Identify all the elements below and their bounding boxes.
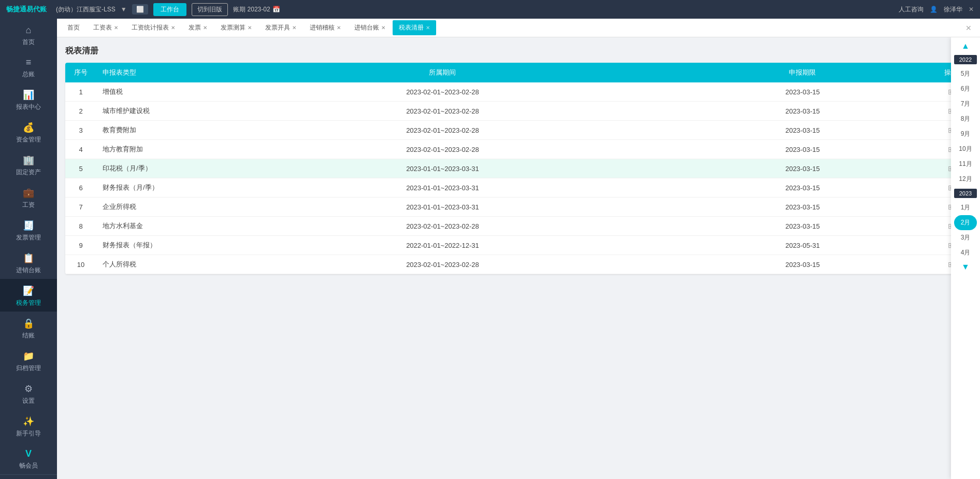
tab-tax-list-label: 税表清册 [399, 23, 424, 32]
cal-month-9[interactable]: 9月 [954, 126, 977, 142]
sidebar-label-archive: 归档管理 [16, 364, 41, 373]
tab-purchase-audit[interactable]: 进销稽核 ✕ [304, 20, 347, 35]
cal-month-8[interactable]: 8月 [954, 111, 977, 126]
col-deadline: 申报期限 [675, 63, 930, 82]
cal-month-1[interactable]: 1月 [954, 200, 977, 215]
tab-salary-report-close[interactable]: ✕ [171, 25, 175, 31]
switch-old-button[interactable]: 切到旧版 [192, 3, 228, 16]
user-name[interactable]: 徐泽华 [944, 5, 962, 14]
sidebar-item-tax[interactable]: 📝 税务管理 [0, 279, 57, 312]
sidebar-pin[interactable]: ◀◀ 取消固定 [0, 474, 57, 479]
tab-purchase-ledger[interactable]: 进销台账 ✕ [348, 20, 392, 35]
cal-month-11[interactable]: 11月 [954, 157, 977, 172]
cell-no: 5 [65, 159, 96, 178]
dropdown-icon: ▼ [121, 6, 127, 13]
cell-no: 7 [65, 198, 96, 217]
cell-deadline: 2023-03-15 [675, 217, 930, 236]
sidebar-label-assets: 固定资产 [16, 168, 41, 177]
sidebar-item-salary[interactable]: 💼 工资 [0, 181, 57, 214]
cal-month-2-active[interactable]: 2月 [954, 215, 977, 230]
window-close-icon[interactable]: ✕ [969, 6, 974, 13]
home-icon: ⌂ [26, 25, 32, 36]
ledger-icon: ≡ [26, 57, 32, 68]
cal-month-5[interactable]: 5月 [954, 66, 977, 81]
sidebar-item-closing[interactable]: 🔒 结账 [0, 312, 57, 344]
tab-invoice-calc-close[interactable]: ✕ [248, 25, 252, 31]
cal-month-3[interactable]: 3月 [954, 230, 977, 245]
sidebar-item-reports[interactable]: 📊 报表中心 [0, 83, 57, 116]
sidebar-item-ledger[interactable]: ≡ 总账 [0, 51, 57, 83]
top-bar: 畅捷通易代账 (勿动）江西服宝-LSS ▼ ⬜ 工作台 切到旧版 账期 2023… [0, 0, 980, 19]
tab-tax-list[interactable]: 税表清册 ✕ [393, 20, 436, 35]
sidebar-item-guide[interactable]: ✨ 新手引导 [0, 410, 57, 442]
tab-salary-report[interactable]: 工资统计报表 ✕ [125, 20, 181, 35]
tab-invoice-close[interactable]: ✕ [203, 25, 207, 31]
sidebar-label-settings: 设置 [22, 397, 35, 405]
tab-invoice-open-close[interactable]: ✕ [292, 25, 296, 31]
customer-service-link[interactable]: 人工咨询 [899, 5, 924, 14]
cell-period: 2023-02-01~2023-02-28 [210, 102, 675, 121]
tab-invoice-open-label: 发票开具 [265, 23, 290, 32]
cell-type: 企业所得税 [96, 198, 210, 217]
page-title: 税表清册 [65, 46, 98, 57]
invoice-icon: 🧾 [23, 220, 34, 231]
tab-salary-report-label: 工资统计报表 [132, 23, 169, 32]
cell-type: 教育费附加 [96, 121, 210, 140]
cal-month-4[interactable]: 4月 [954, 245, 977, 260]
tab-invoice-calc[interactable]: 发票测算 ✕ [214, 20, 258, 35]
cal-month-6[interactable]: 6月 [954, 81, 977, 96]
tab-salary[interactable]: 工资表 ✕ [87, 20, 124, 35]
cal-month-7[interactable]: 7月 [954, 96, 977, 111]
sidebar: ⌂ 首页 ≡ 总账 📊 报表中心 💰 资金管理 🏢 固定资产 💼 工资 🧾 发票… [0, 19, 57, 479]
close-all-button[interactable]: ✕ [961, 24, 976, 32]
tab-purchase-ledger-close[interactable]: ✕ [381, 25, 385, 31]
sidebar-item-home[interactable]: ⌂ 首页 [0, 19, 57, 51]
cal-nav-up[interactable]: ▲ [959, 39, 972, 53]
sidebar-label-salary: 工资 [22, 201, 35, 209]
cal-year-2022: 2022 [954, 55, 977, 64]
table-row: 1 增值税 2023-02-01~2023-02-28 2023-03-15 ⊞ [65, 82, 972, 102]
col-no: 序号 [65, 63, 96, 82]
tab-invoice[interactable]: 发票 ✕ [182, 20, 213, 35]
company-selector[interactable]: (勿动）江西服宝-LSS [56, 5, 116, 14]
app-logo: 畅捷通易代账 [6, 5, 47, 14]
table-row: 3 教育费附加 2023-02-01~2023-02-28 2023-03-15… [65, 121, 972, 140]
cell-period: 2023-01-01~2023-03-31 [210, 198, 675, 217]
table-row: 8 地方水利基金 2023-02-01~2023-02-28 2023-03-1… [65, 217, 972, 236]
table-row: 4 地方教育附加 2023-02-01~2023-02-28 2023-03-1… [65, 140, 972, 159]
cell-deadline: 2023-03-15 [675, 255, 930, 274]
cal-month-12[interactable]: 12月 [954, 172, 977, 187]
cell-no: 6 [65, 178, 96, 198]
cal-month-10[interactable]: 10月 [954, 142, 977, 157]
copy-icon-btn[interactable]: ⬜ [132, 4, 148, 15]
top-bar-right: 人工咨询 👤 徐泽华 ✕ [899, 5, 974, 14]
sidebar-item-archive[interactable]: 📁 归档管理 [0, 344, 57, 377]
cell-type: 增值税 [96, 82, 210, 102]
sidebar-item-assets[interactable]: 🏢 固定资产 [0, 148, 57, 181]
sidebar-item-settings[interactable]: ⚙ 设置 [0, 377, 57, 410]
salary-icon: 💼 [23, 187, 34, 199]
col-period: 所属期间 [210, 63, 675, 82]
tab-tax-list-close[interactable]: ✕ [426, 25, 430, 31]
sidebar-item-invoice[interactable]: 🧾 发票管理 [0, 214, 57, 246]
tab-invoice-calc-label: 发票测算 [221, 23, 246, 32]
side-calendar: ▲ 2022 5月 6月 7月 8月 9月 10月 11月 12月 2023 1… [951, 37, 980, 479]
sidebar-item-vip[interactable]: V 畅会员 [0, 442, 57, 474]
cell-deadline: 2023-03-15 [675, 198, 930, 217]
tab-purchase-audit-label: 进销稽核 [310, 23, 335, 32]
calendar-icon[interactable]: 📅 [272, 6, 280, 13]
tab-salary-close[interactable]: ✕ [114, 25, 118, 31]
user-avatar: 👤 [930, 6, 938, 13]
cell-deadline: 2023-03-15 [675, 178, 930, 198]
cell-type: 印花税（月/季） [96, 159, 210, 178]
sidebar-item-purchase-sales[interactable]: 📋 进销台账 [0, 246, 57, 279]
sidebar-label-invoice: 发票管理 [16, 233, 41, 242]
sidebar-item-funds[interactable]: 💰 资金管理 [0, 116, 57, 148]
tab-purchase-audit-close[interactable]: ✕ [337, 25, 341, 31]
cell-period: 2023-02-01~2023-02-28 [210, 255, 675, 274]
tab-invoice-open[interactable]: 发票开具 ✕ [259, 20, 302, 35]
cell-period: 2023-02-01~2023-02-28 [210, 217, 675, 236]
workspace-button[interactable]: 工作台 [153, 3, 186, 16]
tab-home[interactable]: 首页 [61, 20, 86, 35]
cal-nav-down[interactable]: ▼ [959, 260, 972, 274]
